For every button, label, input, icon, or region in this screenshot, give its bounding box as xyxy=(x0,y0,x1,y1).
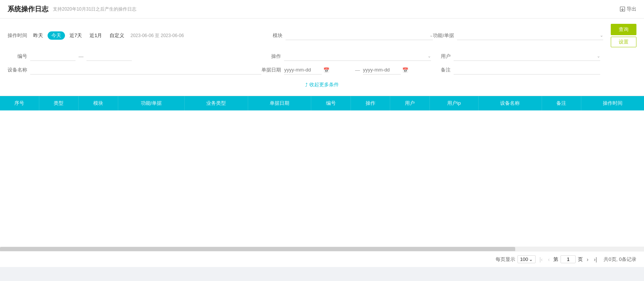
collapse-button[interactable]: ⤴ 收起更多条件 xyxy=(305,81,339,88)
setting-button[interactable]: 设置 xyxy=(611,37,636,47)
table-col-header: 模块 xyxy=(79,96,118,110)
filter-row-1: 操作时间 昨天 今天 近7天 近1月 自定义 2023-06-06 至 2023… xyxy=(8,24,636,47)
page-subtitle: 支持2020年10月31日之后产生的操作日志 xyxy=(53,6,136,12)
time-range: 2023-06-06 至 2023-06-06 xyxy=(130,33,184,39)
table-container: 序号类型模块功能/单据业务类型单据日期编号操作用户用户ip设备名称备注操作时间 xyxy=(0,96,644,247)
user-select[interactable]: ⌄ xyxy=(454,52,600,61)
date-to-input[interactable] xyxy=(363,65,401,75)
function-label: 功能/单据 xyxy=(433,32,457,39)
collapse-bar: ⤴ 收起更多条件 xyxy=(8,79,636,92)
page-suffix: 页 xyxy=(578,256,583,263)
user-chevron-icon: ⌄ xyxy=(597,54,600,59)
number-label: 编号 xyxy=(8,53,30,60)
voucher-date-filter-col: 单据日期 📅 — 📅 xyxy=(261,65,431,75)
operation-chevron-icon: ⌄ xyxy=(428,54,431,59)
remark-input[interactable] xyxy=(454,65,600,75)
table-header-row: 序号类型模块功能/单据业务类型单据日期编号操作用户用户ip设备名称备注操作时间 xyxy=(0,96,644,110)
table-col-header: 设备名称 xyxy=(478,96,542,110)
page-size-chevron-icon: ⌄ xyxy=(529,256,533,262)
voucher-date-label: 单据日期 xyxy=(261,67,284,73)
table-col-header: 类型 xyxy=(39,96,78,110)
date-to-group: 📅 xyxy=(363,65,431,75)
page-size-value: 100 xyxy=(520,256,528,262)
scrollbar-area[interactable] xyxy=(0,247,644,251)
yesterday-btn[interactable]: 昨天 xyxy=(30,31,46,40)
user-select-text xyxy=(454,53,597,59)
date-from-group: 📅 xyxy=(284,65,352,75)
device-input[interactable] xyxy=(30,65,261,75)
custom-btn[interactable]: 自定义 xyxy=(107,31,127,40)
calendar-to-icon[interactable]: 📅 xyxy=(402,67,408,73)
module-filter-col: 模块 ⌄ xyxy=(263,31,433,40)
data-table: 序号类型模块功能/单据业务类型单据日期编号操作用户用户ip设备名称备注操作时间 xyxy=(0,96,644,110)
device-filter-col: 设备名称 xyxy=(8,65,261,75)
number-input-from[interactable] xyxy=(30,52,76,61)
table-col-header: 功能/单据 xyxy=(118,96,184,110)
last1month-btn[interactable]: 近1月 xyxy=(86,31,105,40)
filter-row-3: 设备名称 单据日期 📅 — 📅 备注 xyxy=(8,65,636,75)
table-col-header: 用户 xyxy=(390,96,429,110)
action-buttons: 查询 设置 xyxy=(611,24,636,47)
number-range-sep: — xyxy=(79,54,83,59)
table-col-header: 用户ip xyxy=(429,96,478,110)
table-col-header: 编号 xyxy=(311,96,351,110)
calendar-from-icon[interactable]: 📅 xyxy=(323,67,329,73)
total-info: 共0页, 0条记录 xyxy=(604,256,636,263)
collapse-up-icon: ⤴ xyxy=(305,82,308,88)
function-chevron-icon: ⌄ xyxy=(600,33,603,38)
page-size-select[interactable]: 100 ⌄ xyxy=(517,255,536,263)
function-select[interactable]: ⌄ xyxy=(457,31,603,40)
date-from-input[interactable] xyxy=(284,65,322,75)
collapse-label: 收起更多条件 xyxy=(309,81,339,88)
pagination: 每页显示 100 ⌄ |‹ ‹ 第 页 › ›| 共0页, 0条记录 xyxy=(0,251,644,267)
per-page-label: 每页显示 xyxy=(496,256,515,263)
first-page-button[interactable]: |‹ xyxy=(538,256,544,263)
time-filter-col: 操作时间 昨天 今天 近7天 近1月 自定义 2023-06-06 至 2023… xyxy=(8,31,263,40)
module-select[interactable]: ⌄ xyxy=(286,31,433,40)
export-icon xyxy=(620,6,625,12)
export-button[interactable]: 导出 xyxy=(620,6,636,12)
device-label: 设备名称 xyxy=(8,67,30,73)
user-label: 用户 xyxy=(431,53,454,60)
page-title: 系统操作日志 xyxy=(8,5,48,14)
user-filter-col: 用户 ⌄ xyxy=(431,52,600,61)
last-page-button[interactable]: ›| xyxy=(592,256,598,263)
number-filter-col: 编号 — xyxy=(8,52,261,61)
table-col-header: 业务类型 xyxy=(185,96,248,110)
empty-area xyxy=(0,110,644,247)
filter-area: 操作时间 昨天 今天 近7天 近1月 自定义 2023-06-06 至 2023… xyxy=(0,19,644,96)
date-range-sep: — xyxy=(355,67,360,73)
today-btn[interactable]: 今天 xyxy=(48,31,65,40)
module-chevron-icon: ⌄ xyxy=(429,33,433,38)
remark-label: 备注 xyxy=(431,67,454,73)
table-col-header: 序号 xyxy=(0,96,39,110)
table-col-header: 操作时间 xyxy=(581,96,644,110)
query-button[interactable]: 查询 xyxy=(611,24,636,35)
remark-filter-col: 备注 xyxy=(431,65,600,75)
function-select-text xyxy=(457,33,600,38)
table-header: 序号类型模块功能/单据业务类型单据日期编号操作用户用户ip设备名称备注操作时间 xyxy=(0,96,644,110)
prev-page-button[interactable]: ‹ xyxy=(547,256,551,263)
time-buttons: 昨天 今天 近7天 近1月 自定义 2023-06-06 至 2023-06-0… xyxy=(30,31,184,40)
time-label: 操作时间 xyxy=(8,32,30,39)
table-col-header: 单据日期 xyxy=(248,96,311,110)
operation-select-text xyxy=(284,53,427,59)
number-input-to[interactable] xyxy=(86,52,132,61)
last7-btn[interactable]: 近7天 xyxy=(66,31,85,40)
table-col-header: 备注 xyxy=(542,96,581,110)
table-col-header: 操作 xyxy=(351,96,390,110)
filter-row-2: 编号 — 操作 ⌄ 用户 ⌄ xyxy=(8,52,636,61)
operation-select[interactable]: ⌄ xyxy=(284,52,431,61)
operation-filter-col: 操作 ⌄ xyxy=(261,52,431,61)
page-header: 系统操作日志 支持2020年10月31日之后产生的操作日志 导出 xyxy=(0,0,644,19)
operation-label: 操作 xyxy=(261,53,284,60)
page-label: 第 xyxy=(553,256,558,263)
function-filter-col: 功能/单据 ⌄ xyxy=(433,31,603,40)
main-content: 序号类型模块功能/单据业务类型单据日期编号操作用户用户ip设备名称备注操作时间 … xyxy=(0,96,644,267)
module-select-text xyxy=(286,33,430,38)
next-page-button[interactable]: › xyxy=(585,256,590,263)
module-label: 模块 xyxy=(263,32,286,39)
page-number-input[interactable] xyxy=(561,255,576,263)
scrollbar-thumb[interactable] xyxy=(0,247,515,251)
